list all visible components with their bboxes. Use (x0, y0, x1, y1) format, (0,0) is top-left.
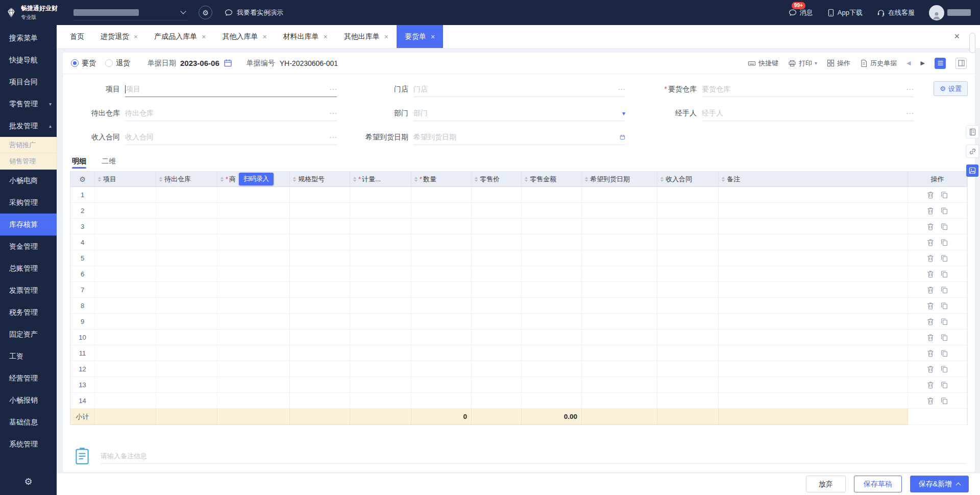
delete-row-icon[interactable] (927, 318, 934, 325)
grid-cell[interactable] (350, 203, 411, 219)
delete-row-icon[interactable] (927, 397, 934, 405)
grid-cell[interactable] (719, 219, 908, 234)
grid-cell[interactable] (290, 298, 350, 314)
sidebar-item-2[interactable]: 项目合同 (0, 71, 57, 93)
grid-cell[interactable] (290, 393, 350, 409)
grid-cell[interactable] (472, 234, 522, 250)
grid-cell[interactable] (350, 266, 411, 282)
grid-cell[interactable] (95, 187, 156, 203)
grid-cell[interactable] (522, 361, 582, 377)
grid-cell[interactable] (156, 282, 217, 298)
delete-row-icon[interactable] (927, 223, 934, 230)
grid-cell[interactable] (582, 282, 657, 298)
grid-cell[interactable] (156, 187, 217, 203)
grid-cell[interactable] (95, 345, 156, 361)
list-view-button[interactable] (935, 58, 946, 69)
tab-1[interactable]: 进货退货× (92, 25, 146, 48)
grid-cell[interactable] (350, 393, 411, 409)
grid-cell[interactable] (657, 393, 719, 409)
grid-cell[interactable] (657, 314, 719, 329)
close-icon[interactable]: × (324, 33, 328, 41)
grid-cell[interactable] (522, 187, 582, 203)
grid-cell[interactable] (290, 219, 350, 234)
history-button[interactable]: 历史单据 (860, 59, 897, 68)
sidebar-item-13[interactable]: 税务管理 (0, 301, 57, 323)
column-header-5[interactable]: *数量 (411, 172, 472, 187)
tab-3[interactable]: 其他入库单× (214, 25, 275, 48)
copy-row-icon[interactable] (941, 239, 948, 246)
column-header-10[interactable]: 备注 (719, 172, 908, 187)
grid-cell[interactable] (217, 282, 290, 298)
grid-cell[interactable] (657, 282, 719, 298)
column-header-1[interactable]: 待出仓库 (156, 172, 217, 187)
grid-cell[interactable] (156, 329, 217, 345)
scan-entry-badge[interactable]: 扫码录入 (239, 173, 274, 185)
sort-icon[interactable] (293, 177, 296, 182)
grid-cell[interactable] (472, 329, 522, 345)
grid-cell[interactable] (95, 393, 156, 409)
grid-cell[interactable] (522, 266, 582, 282)
grid-cell[interactable] (582, 234, 657, 250)
grid-cell[interactable] (217, 219, 290, 234)
save-draft-button[interactable]: 保存草稿 (854, 476, 902, 492)
grid-cell[interactable] (156, 345, 217, 361)
delete-row-icon[interactable] (927, 334, 934, 341)
grid-cell[interactable] (472, 250, 522, 266)
tab-2d[interactable]: 二维 (102, 152, 116, 171)
grid-cell[interactable] (582, 329, 657, 345)
sidebar-item-11[interactable]: 总账管理 (0, 257, 57, 279)
delete-row-icon[interactable] (927, 254, 934, 262)
grid-cell[interactable] (522, 329, 582, 345)
note-icon[interactable] (73, 447, 91, 465)
sort-icon[interactable] (353, 177, 356, 182)
grid-cell[interactable] (350, 361, 411, 377)
column-header-2[interactable]: *商扫码录入 (217, 172, 290, 187)
grid-cell[interactable] (657, 250, 719, 266)
grid-cell[interactable] (411, 203, 472, 219)
scrollbar-thumb[interactable] (969, 33, 975, 53)
grid-cell[interactable] (290, 345, 350, 361)
delete-row-icon[interactable] (927, 365, 934, 373)
grid-cell[interactable] (719, 393, 908, 409)
grid-cell[interactable] (156, 314, 217, 329)
copy-row-icon[interactable] (941, 381, 948, 389)
grid-cell[interactable] (411, 282, 472, 298)
grid-cell[interactable] (522, 250, 582, 266)
sort-icon[interactable] (585, 177, 588, 182)
grid-cell[interactable] (472, 219, 522, 234)
expected-date-input[interactable]: 希望到货日期 (413, 130, 625, 145)
grid-cell[interactable] (719, 345, 908, 361)
tab-5[interactable]: 其他出库单× (336, 25, 397, 48)
grid-cell[interactable] (719, 298, 908, 314)
delete-row-icon[interactable] (927, 381, 934, 389)
column-header-4[interactable]: *计量... (350, 172, 411, 187)
grid-cell[interactable] (719, 187, 908, 203)
demo-link[interactable]: 我要看实例演示 (225, 8, 283, 17)
grid-cell[interactable] (290, 282, 350, 298)
copy-row-icon[interactable] (941, 286, 948, 294)
delete-row-icon[interactable] (927, 239, 934, 246)
grid-cell[interactable] (350, 282, 411, 298)
grid-cell[interactable] (156, 393, 217, 409)
handler-input[interactable]: 经手人 ⋯ (702, 106, 914, 121)
grid-cell[interactable] (217, 361, 290, 377)
column-header-9[interactable]: 收入合同 (657, 172, 719, 187)
copy-row-icon[interactable] (941, 365, 948, 373)
close-icon[interactable]: × (431, 33, 435, 41)
grid-cell[interactable] (95, 234, 156, 250)
grid-cell[interactable] (217, 203, 290, 219)
grid-cell[interactable] (522, 203, 582, 219)
grid-cell[interactable] (156, 361, 217, 377)
grid-cell[interactable] (719, 203, 908, 219)
grid-cell[interactable] (719, 314, 908, 329)
grid-cell[interactable] (657, 187, 719, 203)
grid-cell[interactable] (156, 298, 217, 314)
grid-cell[interactable] (657, 361, 719, 377)
sidebar-item-8[interactable]: 采购管理 (0, 192, 57, 214)
grid-cell[interactable] (411, 377, 472, 393)
grid-cell[interactable] (95, 203, 156, 219)
grid-cell[interactable] (657, 203, 719, 219)
grid-cell[interactable] (472, 203, 522, 219)
grid-cell[interactable] (657, 329, 719, 345)
grid-cell[interactable] (472, 377, 522, 393)
